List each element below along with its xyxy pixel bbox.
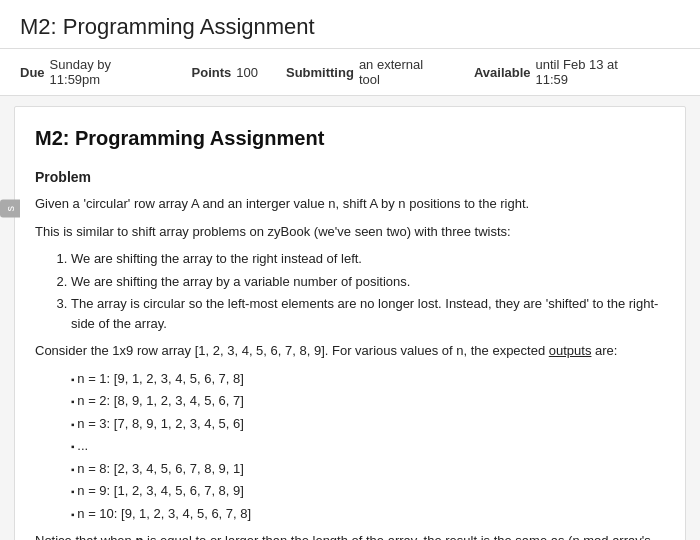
example-intro: Consider the 1x9 row array [1, 2, 3, 4, …	[35, 341, 665, 361]
content-area: M2: Programming Assignment Problem Given…	[14, 106, 686, 540]
twist-item-2: We are shifting the array by a variable …	[71, 272, 665, 292]
example-item-1: n = 2: [8, 9, 1, 2, 3, 4, 5, 6, 7]	[71, 391, 665, 411]
problem-heading: Problem	[35, 167, 665, 188]
example-item-4: n = 8: [2, 3, 4, 5, 6, 7, 8, 9, 1]	[71, 459, 665, 479]
example-item-3: ...	[71, 436, 665, 456]
available-meta: Available until Feb 13 at 11:59	[474, 57, 652, 87]
page-title-bar: M2: Programming Assignment	[0, 0, 700, 49]
points-value: 100	[236, 65, 258, 80]
problem-intro1: Given a 'circular' row array A and an in…	[35, 194, 665, 214]
twist-item-3: The array is circular so the left-most e…	[71, 294, 665, 333]
due-meta: Due Sunday by 11:59pm	[20, 57, 164, 87]
due-label: Due	[20, 65, 45, 80]
points-meta: Points 100	[192, 65, 258, 80]
example-item-0: n = 1: [9, 1, 2, 3, 4, 5, 6, 7, 8]	[71, 369, 665, 389]
example-item-5: n = 9: [1, 2, 3, 4, 5, 6, 7, 8, 9]	[71, 481, 665, 501]
example-item-2: n = 3: [7, 8, 9, 1, 2, 3, 4, 5, 6]	[71, 414, 665, 434]
examples-list: n = 1: [9, 1, 2, 3, 4, 5, 6, 7, 8] n = 2…	[71, 369, 665, 524]
available-label: Available	[474, 65, 531, 80]
meta-bar: Due Sunday by 11:59pm Points 100 Submitt…	[0, 49, 700, 96]
notice-text: Notice that when n is equal to or larger…	[35, 531, 665, 540]
due-value: Sunday by 11:59pm	[50, 57, 164, 87]
page-title: M2: Programming Assignment	[20, 14, 680, 40]
points-label: Points	[192, 65, 232, 80]
left-tab: s	[0, 200, 20, 218]
submitting-value: an external tool	[359, 57, 446, 87]
problem-intro2: This is similar to shift array problems …	[35, 222, 665, 242]
twists-list: We are shifting the array to the right i…	[71, 249, 665, 333]
twist-item-1: We are shifting the array to the right i…	[71, 249, 665, 269]
assignment-title: M2: Programming Assignment	[35, 123, 665, 153]
example-item-6: n = 10: [9, 1, 2, 3, 4, 5, 6, 7, 8]	[71, 504, 665, 524]
submitting-label: Submitting	[286, 65, 354, 80]
submitting-meta: Submitting an external tool	[286, 57, 446, 87]
available-value: until Feb 13 at 11:59	[536, 57, 652, 87]
